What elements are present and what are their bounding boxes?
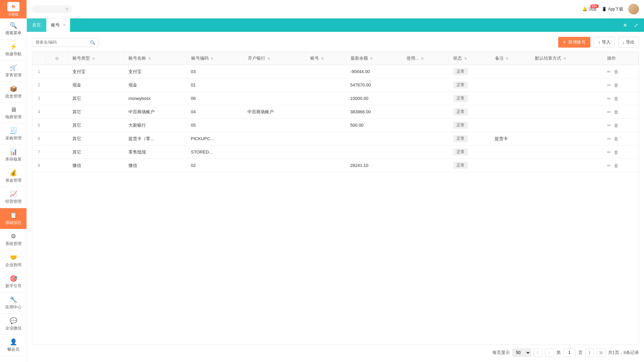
cell-bank xyxy=(244,92,306,105)
user-avatar[interactable] xyxy=(628,4,639,14)
add-account-button[interactable]: +新增账号 xyxy=(558,37,590,48)
import-button[interactable]: ↑ 导入 xyxy=(594,37,615,48)
sidebar-item-quick-nav[interactable]: ⚡ 快捷导航 xyxy=(0,40,26,61)
sidebar-item-label: 库存核算 xyxy=(5,157,21,162)
col-account[interactable]: 账号 ⇅ xyxy=(306,52,346,65)
cell-default-settlement xyxy=(531,159,603,172)
col-remark[interactable]: 备注 ⇅ xyxy=(491,52,531,65)
sidebar-item-ecommerce-mgmt[interactable]: 🖥 电商管理 xyxy=(0,103,26,124)
edit-icon[interactable]: ✏ xyxy=(607,136,611,141)
cell-account xyxy=(306,132,346,145)
last-page-button[interactable]: ⟩⟩ xyxy=(597,348,605,357)
cell-remark xyxy=(491,119,531,132)
first-page-button[interactable]: ⟨⟨ xyxy=(534,348,542,357)
import-icon: ↑ xyxy=(598,40,600,45)
cell-status: 正常 xyxy=(449,65,491,78)
next-page-button[interactable]: ⟩ xyxy=(585,348,594,357)
account-search-box[interactable]: 🔍 xyxy=(32,38,99,47)
col-settings[interactable]: ⚙ xyxy=(46,52,68,65)
col-name[interactable]: 账号名称 ⇅ xyxy=(124,52,187,65)
col-code[interactable]: 账号编码 ⇅ xyxy=(187,52,244,65)
messages-button[interactable]: 🔔 消息 99+ xyxy=(582,6,597,12)
account-search-input[interactable] xyxy=(36,40,88,45)
export-button[interactable]: ↓ 导出 xyxy=(618,37,639,48)
prev-page-button[interactable]: ⟨ xyxy=(545,348,554,357)
sidebar-item-enterprise-agreement[interactable]: 🤝 企业协同 xyxy=(0,250,26,272)
cell-type: 其它 xyxy=(68,119,124,132)
cell-gear xyxy=(46,159,68,172)
delete-icon[interactable]: 🗑 xyxy=(614,149,619,155)
delete-icon[interactable]: 🗑 xyxy=(614,69,619,74)
tab-close-icon[interactable]: × xyxy=(63,23,65,27)
toolbar: 🔍 +新增账号 ↑ 导入 ↓ 导出 xyxy=(32,37,639,48)
sidebar-item-purchase-mgmt[interactable]: 🧾 采购管理 xyxy=(0,124,26,145)
cell-name: 中百商场账户 xyxy=(124,105,187,119)
message-bell-icon: 🔔 xyxy=(582,7,587,11)
toolbar-right: +新增账号 ↑ 导入 ↓ 导出 xyxy=(558,37,639,48)
tab-home[interactable]: 首页 xyxy=(27,18,46,32)
sidebar-item-basic-info[interactable]: 📋 基础信息 xyxy=(0,208,26,229)
edit-icon[interactable]: ✏ xyxy=(607,123,611,128)
table-row: 4 其它 中百商场账户 04 中百商场账户 383866.00 正常 ✏ 🗑 xyxy=(32,105,639,119)
cell-name: 大新银行 xyxy=(124,119,187,132)
sidebar-item-enterprise-wechat[interactable]: 💬 企业微信 xyxy=(0,314,26,335)
delete-icon[interactable]: 🗑 xyxy=(614,136,619,141)
cell-index: 8 xyxy=(32,159,46,172)
topbar-search-input[interactable] xyxy=(36,7,63,11)
edit-icon[interactable]: ✏ xyxy=(607,69,611,74)
page-number-input[interactable] xyxy=(564,348,576,357)
cell-index: 6 xyxy=(32,132,46,145)
cell-status: 正常 xyxy=(449,78,491,92)
per-page-select[interactable]: 50 100 200 xyxy=(513,349,531,357)
sidebar-item-member[interactable]: 👤 畅会员 xyxy=(0,335,26,356)
cell-usage xyxy=(402,132,449,145)
edit-icon[interactable]: ✏ xyxy=(607,109,611,115)
cell-account xyxy=(306,78,346,92)
sidebar-item-app-center[interactable]: 🔧 应用中心 xyxy=(0,293,26,314)
col-balance[interactable]: 最新余额 ⇅ xyxy=(346,52,402,65)
edit-icon[interactable]: ✏ xyxy=(607,149,611,155)
tab-account[interactable]: 账号 × xyxy=(46,18,70,32)
col-bank[interactable]: 开户银行 ⇅ xyxy=(244,52,306,65)
sidebar-item-retail-mgmt[interactable]: 🛒 零售管理 xyxy=(0,61,26,82)
edit-icon[interactable]: ✏ xyxy=(607,163,611,168)
sidebar-item-label: 快捷导航 xyxy=(5,51,21,57)
delete-icon[interactable]: 🗑 xyxy=(614,109,619,115)
delete-icon[interactable]: 🗑 xyxy=(614,82,619,88)
col-usage[interactable]: 使用... ⇅ xyxy=(402,52,449,65)
wholesale-mgmt-icon: 📦 xyxy=(10,85,17,93)
app-download-button[interactable]: 📱 App下载 xyxy=(602,6,623,12)
sidebar-item-wholesale-mgmt[interactable]: 📦 批发管理 xyxy=(0,82,26,103)
col-default-settlement[interactable]: 默认结算方式 ⇅ xyxy=(531,52,603,65)
cell-operation: ✏ 🗑 xyxy=(603,105,639,119)
sidebar-item-system-mgmt[interactable]: ⚙ 系统管理 xyxy=(0,229,26,250)
cell-code: PICKUPC... xyxy=(187,132,244,145)
edit-icon[interactable]: ✏ xyxy=(607,96,611,101)
cell-operation: ✏ 🗑 xyxy=(603,119,639,132)
sidebar-item-capital-mgmt[interactable]: 💰 资金管理 xyxy=(0,166,26,187)
edit-icon[interactable]: ✏ xyxy=(607,82,611,88)
cell-gear xyxy=(46,92,68,105)
app-logo[interactable]: 畅 乐惠版 xyxy=(0,0,27,18)
cell-remark xyxy=(491,78,531,92)
delete-icon[interactable]: 🗑 xyxy=(614,163,619,168)
expand-window-icon[interactable]: ⤢ xyxy=(631,20,641,30)
col-status[interactable]: 状态 ⇅ xyxy=(449,52,491,65)
accounts-table: ⚙ 账号类型 ⇅ 账号名称 ⇅ 账号编码 ⇅ 开户银行 ⇅ 账号 ⇅ 最新余额 … xyxy=(32,52,639,172)
sidebar-item-label: 搜索菜单 xyxy=(5,30,21,36)
col-type[interactable]: 账号类型 ⇅ xyxy=(68,52,124,65)
sidebar-item-operations-mgmt[interactable]: 📈 经营管理 xyxy=(0,187,26,208)
table-row: 8 微信 微信 02 28241.10 正常 ✏ 🗑 xyxy=(32,159,639,172)
sidebar-item-search-menu[interactable]: 🔍 搜索菜单 xyxy=(0,18,26,40)
topbar-search-box[interactable]: ▼ xyxy=(32,5,72,13)
cell-index: 3 xyxy=(32,92,46,105)
close-window-icon[interactable]: ✕ xyxy=(620,20,630,30)
sidebar-item-inventory[interactable]: 📊 库存核算 xyxy=(0,145,26,166)
column-settings-icon[interactable]: ⚙ xyxy=(55,56,59,61)
search-icon[interactable]: 🔍 xyxy=(90,40,95,45)
delete-icon[interactable]: 🗑 xyxy=(614,96,619,101)
sidebar-item-label: 新手引导 xyxy=(5,283,21,289)
sidebar-item-new-guide[interactable]: 🎯 新手引导 xyxy=(0,272,26,293)
delete-icon[interactable]: 🗑 xyxy=(614,123,619,128)
export-icon: ↓ xyxy=(623,40,625,45)
